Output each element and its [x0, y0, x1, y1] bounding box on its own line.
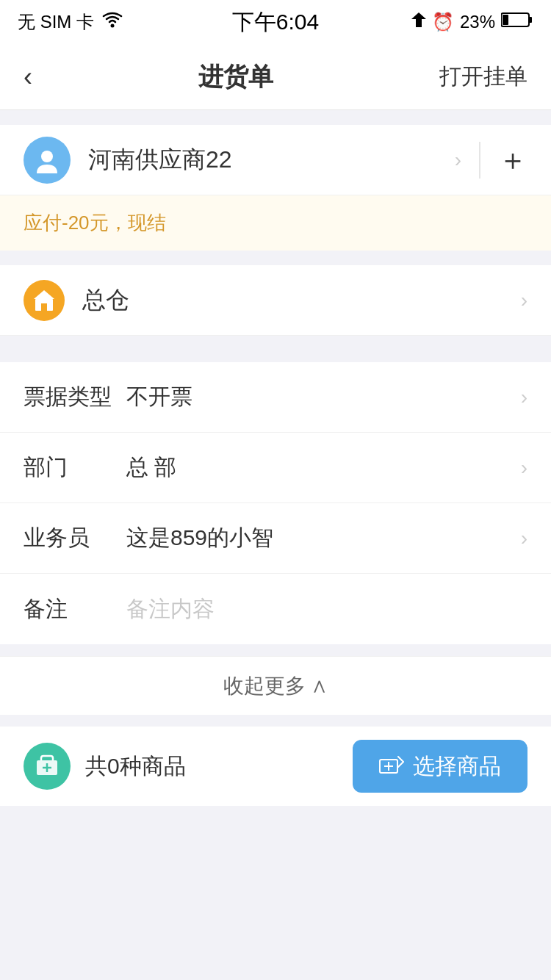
select-product-button[interactable]: 选择商品 [353, 740, 527, 793]
salesperson-row[interactable]: 业务员 这是859的小智 › [0, 503, 551, 574]
supplier-name: 河南供应商22 [88, 144, 455, 176]
remark-input[interactable]: 备注内容 [126, 594, 527, 624]
invoice-label: 票据类型 [24, 382, 126, 412]
select-product-label: 选择商品 [413, 752, 501, 782]
svg-rect-8 [41, 303, 47, 311]
invoice-row[interactable]: 票据类型 不开票 › [0, 362, 551, 433]
product-info: 共0种商品 [24, 743, 186, 790]
divider-1 [0, 251, 551, 265]
status-bar: 无 SIM 卡 下午6:04 ⏰ 23% [0, 0, 551, 44]
back-button[interactable]: ‹ [24, 62, 32, 93]
nav-bar: ‹ 进货单 打开挂单 [0, 44, 551, 110]
status-left: 无 SIM 卡 [18, 10, 123, 34]
salesperson-value: 这是859的小智 [126, 523, 521, 553]
remark-row[interactable]: 备注 备注内容 [0, 574, 551, 644]
department-row[interactable]: 部门 总 部 › [0, 433, 551, 503]
add-supplier-button[interactable]: ＋ [498, 140, 527, 180]
bottom-bar: 共0种商品 选择商品 [0, 727, 551, 806]
department-label: 部门 [24, 453, 126, 483]
salesperson-label: 业务员 [24, 523, 126, 553]
form-section: 票据类型 不开票 › 部门 总 部 › 业务员 这是859的小智 › 备注 备注… [0, 362, 551, 644]
collapse-bar[interactable]: 收起更多 ∧ [0, 656, 551, 715]
warehouse-icon [24, 280, 65, 321]
alarm-icon: ⏰ [432, 12, 454, 32]
collapse-label: 收起更多 ∧ [223, 672, 328, 700]
warehouse-name: 总仓 [82, 284, 521, 317]
vertical-divider [479, 142, 480, 179]
page-background [0, 806, 551, 980]
warehouse-arrow-icon: › [521, 289, 527, 312]
top-divider [0, 110, 551, 125]
svg-point-0 [111, 24, 115, 28]
warehouse-row[interactable]: 总仓 › [0, 265, 551, 336]
notice-banner: 应付-20元，现结 [0, 195, 551, 251]
supplier-card: 河南供应商22 › ＋ 应付-20元，现结 [0, 125, 551, 251]
department-value: 总 部 [126, 453, 521, 483]
open-pending-button[interactable]: 打开挂单 [439, 62, 527, 92]
svg-marker-1 [411, 12, 426, 27]
svg-marker-7 [34, 290, 54, 299]
divider-2 [0, 336, 551, 350]
supplier-avatar [24, 137, 71, 184]
salesperson-arrow-icon: › [521, 527, 527, 550]
status-time: 下午6:04 [232, 7, 319, 37]
supplier-arrow-icon: › [455, 148, 461, 172]
supplier-row[interactable]: 河南供应商22 › ＋ [0, 125, 551, 195]
status-right: ⏰ 23% [411, 12, 533, 32]
page-title: 进货单 [198, 60, 273, 94]
svg-rect-3 [529, 17, 532, 23]
warehouse-card: 总仓 › [0, 265, 551, 336]
battery-label: 23% [460, 12, 495, 32]
battery-icon [501, 12, 533, 32]
location-icon [411, 12, 426, 32]
invoice-value: 不开票 [126, 382, 521, 412]
department-arrow-icon: › [521, 456, 527, 480]
svg-rect-4 [503, 15, 508, 25]
product-count: 共0种商品 [85, 752, 186, 782]
carrier-label: 无 SIM 卡 [18, 10, 94, 34]
product-icon [24, 743, 71, 790]
notice-text: 应付-20元，现结 [24, 212, 166, 234]
wifi-icon [101, 12, 123, 32]
invoice-arrow-icon: › [521, 386, 527, 409]
svg-point-5 [41, 151, 53, 162]
remark-label: 备注 [24, 594, 126, 624]
